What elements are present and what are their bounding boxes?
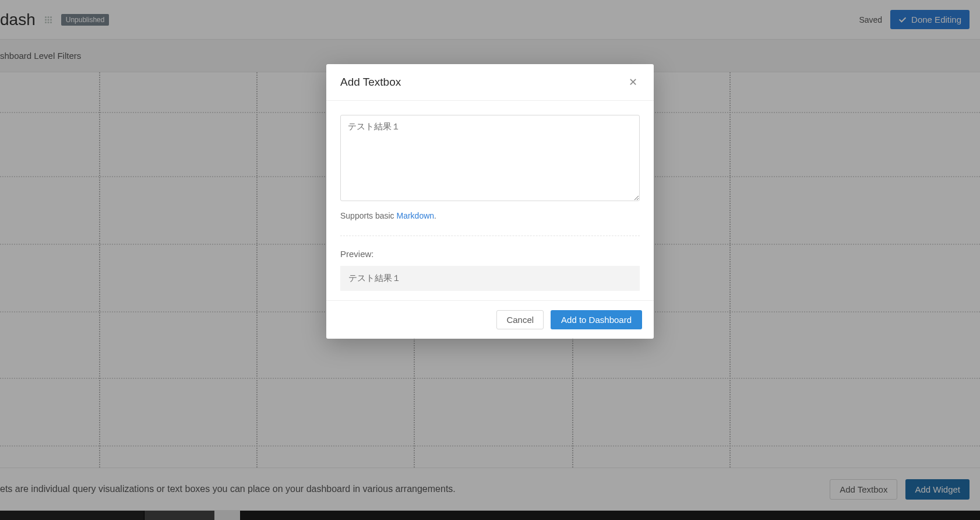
add-textbox-modal: Add Textbox ✕ Supports basic Markdown. P… — [326, 64, 654, 339]
textbox-content-input[interactable] — [340, 115, 640, 201]
modal-title: Add Textbox — [340, 76, 401, 89]
markdown-help: Supports basic Markdown. — [340, 211, 640, 220]
cancel-button[interactable]: Cancel — [496, 310, 544, 329]
divider — [340, 236, 640, 236]
modal-body: Supports basic Markdown. Preview: テスト結果１ — [326, 101, 654, 300]
close-icon[interactable]: ✕ — [626, 75, 640, 90]
markdown-help-prefix: Supports basic — [340, 211, 397, 220]
markdown-link[interactable]: Markdown — [397, 211, 435, 220]
markdown-help-suffix: . — [434, 211, 436, 220]
add-to-dashboard-button[interactable]: Add to Dashboard — [551, 310, 642, 329]
app-root: dash Unpublished Saved Done Editing shbo… — [0, 0, 980, 520]
preview-label: Preview: — [340, 249, 640, 259]
modal-footer: Cancel Add to Dashboard — [326, 300, 654, 339]
modal-header: Add Textbox ✕ — [326, 64, 654, 101]
modal-overlay[interactable]: Add Textbox ✕ Supports basic Markdown. P… — [0, 0, 980, 520]
preview-content: テスト結果１ — [340, 266, 640, 291]
